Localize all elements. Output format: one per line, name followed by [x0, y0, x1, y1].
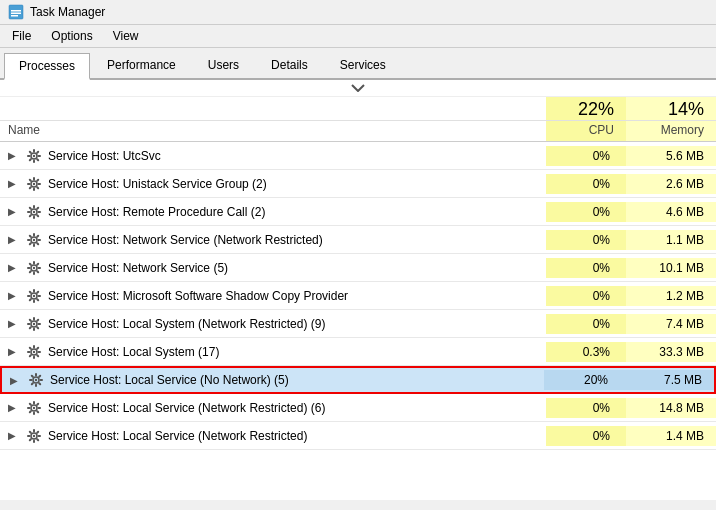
svg-point-35: [33, 238, 35, 240]
svg-line-13: [30, 151, 31, 152]
table-row[interactable]: ▶ Service Host: Local Service (Network R…: [0, 422, 716, 450]
tab-details[interactable]: Details: [256, 52, 323, 78]
process-name-cell: ▶ Service Host: Local System (17): [0, 341, 546, 363]
svg-line-23: [30, 179, 31, 180]
svg-line-83: [30, 347, 31, 348]
svg-point-15: [33, 182, 35, 184]
name-column-header[interactable]: Name: [0, 121, 546, 141]
process-name-cell: ▶ Service Host: Local System (Network Re…: [0, 313, 546, 335]
expand-arrow-icon[interactable]: ▶: [8, 430, 20, 441]
process-name-label: Service Host: Local Service (Network Res…: [48, 429, 307, 443]
tab-services[interactable]: Services: [325, 52, 401, 78]
table-row[interactable]: ▶ Service Host: UtcSvc 0% 5.6 MB: [0, 142, 716, 170]
gear-icon: [26, 260, 42, 276]
gear-icon: [26, 204, 42, 220]
expand-arrow-icon[interactable]: ▶: [8, 262, 20, 273]
svg-point-55: [33, 294, 35, 296]
gear-icon: [28, 372, 44, 388]
svg-line-33: [30, 207, 31, 208]
rows-container: ▶ Service Host: UtcSvc 0% 5.6 MB ▶ Servi…: [0, 142, 716, 450]
tab-processes[interactable]: Processes: [4, 53, 90, 80]
svg-line-61: [30, 299, 31, 300]
process-name-label: Service Host: Network Service (5): [48, 261, 228, 275]
svg-line-93: [32, 376, 33, 377]
svg-rect-3: [11, 15, 18, 17]
process-name-label: Service Host: Microsoft Software Shadow …: [48, 289, 348, 303]
table-row[interactable]: ▶ Service Host: Microsoft Software Shado…: [0, 282, 716, 310]
expand-arrow-icon[interactable]: ▶: [8, 206, 20, 217]
table-row[interactable]: ▶ Service Host: Network Service (5) 0% 1…: [0, 254, 716, 282]
menu-bar: File Options View: [0, 25, 716, 48]
memory-value-cell: 10.1 MB: [626, 258, 716, 278]
expand-arrow-icon[interactable]: ▶: [8, 402, 20, 413]
cpu-value-cell: 0.3%: [546, 342, 626, 362]
svg-point-75: [33, 350, 35, 352]
expand-arrow-icon[interactable]: ▶: [8, 150, 20, 161]
table-row[interactable]: ▶ Service Host: Local System (Network Re…: [0, 310, 716, 338]
svg-line-37: [37, 235, 38, 236]
svg-line-59: [37, 299, 38, 300]
cpu-value-cell: 0%: [546, 230, 626, 250]
expand-arrow-icon[interactable]: ▶: [8, 290, 20, 301]
table-row[interactable]: ▶ Service Host: Unistack Service Group (…: [0, 170, 716, 198]
svg-line-51: [30, 271, 31, 272]
process-table: 22% 14% Name CPU Memory ▶ Service Host: …: [0, 80, 716, 500]
svg-line-103: [30, 403, 31, 404]
expand-arrow-icon[interactable]: ▶: [8, 346, 20, 357]
svg-line-47: [37, 263, 38, 264]
svg-point-45: [33, 266, 35, 268]
table-row[interactable]: ▶ Service Host: Local System (17) 0.3% 3…: [0, 338, 716, 366]
svg-line-69: [37, 327, 38, 328]
memory-value-cell: 33.3 MB: [626, 342, 716, 362]
svg-line-9: [37, 159, 38, 160]
title-bar-text: Task Manager: [30, 5, 105, 19]
svg-line-71: [30, 327, 31, 328]
table-row[interactable]: ▶ Service Host: Remote Procedure Call (2…: [0, 198, 716, 226]
svg-line-91: [32, 383, 33, 384]
tab-performance[interactable]: Performance: [92, 52, 191, 78]
svg-line-43: [30, 235, 31, 236]
menu-file[interactable]: File: [8, 27, 35, 45]
svg-line-77: [37, 347, 38, 348]
menu-options[interactable]: Options: [47, 27, 96, 45]
gear-icon: [26, 288, 42, 304]
chevron-down-icon: [351, 84, 365, 92]
gear-icon: [26, 428, 42, 444]
memory-value-cell: 14.8 MB: [626, 398, 716, 418]
svg-rect-1: [11, 10, 21, 12]
memory-column-header[interactable]: Memory: [626, 121, 716, 141]
svg-line-29: [37, 215, 38, 216]
svg-line-19: [37, 187, 38, 188]
cpu-value-cell: 0%: [546, 398, 626, 418]
cpu-column-header[interactable]: CPU: [546, 121, 626, 141]
table-row[interactable]: ▶ Service Host: Local Service (Network R…: [0, 394, 716, 422]
svg-line-109: [37, 439, 38, 440]
memory-value-cell: 7.4 MB: [626, 314, 716, 334]
gear-icon: [26, 344, 42, 360]
table-row[interactable]: ▶ Service Host: Network Service (Network…: [0, 226, 716, 254]
svg-line-63: [30, 291, 31, 292]
expand-arrow-icon[interactable]: ▶: [10, 375, 22, 386]
svg-line-97: [37, 403, 38, 404]
expand-arrow-icon[interactable]: ▶: [8, 234, 20, 245]
mem-total-percent: 14%: [626, 97, 716, 120]
process-name-cell: ▶ Service Host: Remote Procedure Call (2…: [0, 201, 546, 223]
svg-line-87: [39, 376, 40, 377]
memory-value-cell: 2.6 MB: [626, 174, 716, 194]
process-name-cell: ▶ Service Host: Microsoft Software Shado…: [0, 285, 546, 307]
expand-arrow-icon[interactable]: ▶: [8, 318, 20, 329]
process-name-cell: ▶ Service Host: Network Service (5): [0, 257, 546, 279]
process-name-label: Service Host: Network Service (Network R…: [48, 233, 323, 247]
memory-value-cell: 1.4 MB: [626, 426, 716, 446]
menu-view[interactable]: View: [109, 27, 143, 45]
table-row[interactable]: ▶ Service Host: Local Service (No Networ…: [0, 366, 716, 394]
percent-row: 22% 14%: [0, 97, 716, 121]
memory-value-cell: 1.1 MB: [626, 230, 716, 250]
svg-line-17: [37, 179, 38, 180]
svg-point-95: [33, 406, 35, 408]
gear-icon: [26, 148, 42, 164]
svg-line-7: [37, 151, 38, 152]
process-name-cell: ▶ Service Host: Network Service (Network…: [0, 229, 546, 251]
tab-users[interactable]: Users: [193, 52, 254, 78]
expand-arrow-icon[interactable]: ▶: [8, 178, 20, 189]
